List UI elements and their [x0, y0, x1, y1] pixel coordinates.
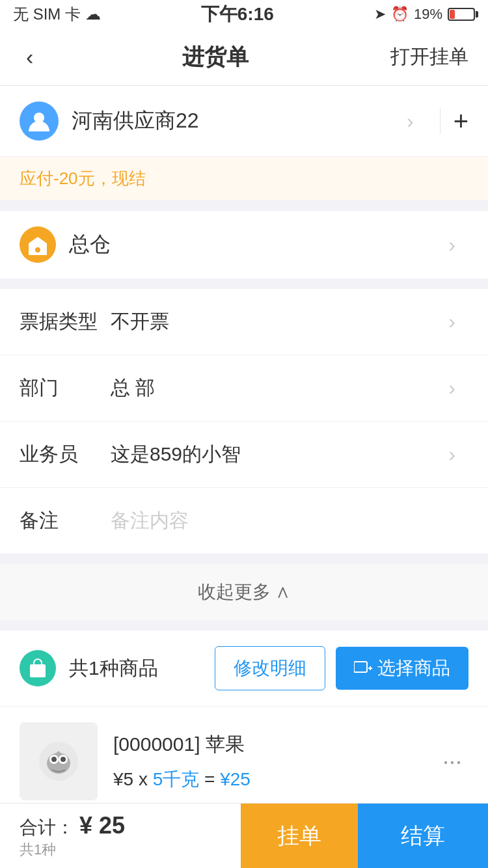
owl-logo-icon — [33, 735, 85, 787]
nav-bar: ‹ 进货单 打开挂单 — [0, 29, 488, 86]
salesperson-value: 这是859的小智 — [111, 441, 448, 468]
product-header: 共1种商品 修改明细 选择商品 — [0, 631, 488, 707]
home-icon — [27, 234, 48, 255]
alarm-icon: ⏰ — [391, 6, 409, 23]
price-separator: x — [139, 769, 153, 789]
product-price: ¥5 x 5千克 = ¥25 — [113, 767, 436, 792]
product-section: 共1种商品 修改明细 选择商品 — [0, 631, 488, 816]
ticket-type-row[interactable]: 票据类型 不开票 › — [0, 289, 488, 355]
collapse-bar[interactable]: 收起更多 ∧ — [0, 564, 488, 620]
product-more-button[interactable]: ··· — [436, 741, 468, 781]
ticket-type-value: 不开票 — [111, 308, 448, 335]
total-value: ¥25 — [220, 769, 251, 789]
dept-chevron-icon: › — [448, 376, 455, 400]
quantity-value: 5千克 — [153, 769, 200, 789]
select-product-button[interactable]: 选择商品 — [336, 647, 468, 690]
supplier-row[interactable]: 河南供应商22 › + — [0, 86, 488, 157]
total-section: 合计： ¥ 25 共1种 — [0, 812, 241, 860]
product-thumbnail — [20, 722, 98, 800]
warehouse-icon — [20, 226, 56, 263]
status-right: ➤ ⏰ 19% — [374, 6, 475, 23]
bottom-bar: 合计： ¥ 25 共1种 挂单 结算 — [0, 803, 488, 868]
status-bar: 无 SIM 卡 ☁ 下午6:16 ➤ ⏰ 19% — [0, 0, 488, 29]
product-count: 共1种商品 — [69, 655, 215, 682]
checkout-button[interactable]: 结算 — [358, 804, 488, 868]
warehouse-chevron-icon: › — [448, 233, 455, 257]
edit-detail-button[interactable]: 修改明细 — [215, 646, 325, 690]
supplier-name: 河南供应商22 — [72, 107, 407, 135]
hold-button[interactable]: 挂单 — [241, 804, 358, 868]
product-item: [0000001] 苹果 ¥5 x 5千克 = ¥25 ··· — [0, 707, 488, 816]
equals-sign: = — [204, 769, 220, 789]
dept-label: 部门 — [20, 375, 98, 401]
remark-input[interactable]: 备注内容 — [111, 508, 468, 534]
location-icon: ➤ — [374, 6, 386, 23]
total-count: 共1种 — [20, 840, 221, 860]
person-icon — [27, 109, 51, 133]
product-code: [0000001] — [113, 733, 200, 755]
svg-point-6 — [47, 753, 70, 774]
page-title: 进货单 — [182, 42, 249, 72]
price-unit: ¥5 — [113, 769, 133, 789]
svg-point-10 — [61, 757, 66, 762]
vertical-divider — [440, 108, 441, 134]
total-amount: ¥ 25 — [79, 812, 125, 839]
signal-text: 无 SIM 卡 ☁ — [13, 4, 101, 25]
product-name: [0000001] 苹果 — [113, 731, 436, 758]
svg-rect-1 — [30, 664, 46, 677]
salesperson-row[interactable]: 业务员 这是859的小智 › — [0, 422, 488, 488]
back-button[interactable]: ‹ — [20, 38, 40, 76]
open-hold-button[interactable]: 打开挂单 — [390, 44, 468, 70]
svg-rect-2 — [354, 662, 367, 672]
total-label-row: 合计： ¥ 25 — [20, 812, 221, 840]
status-left: 无 SIM 卡 ☁ — [13, 4, 101, 25]
svg-point-9 — [51, 757, 57, 762]
remark-row[interactable]: 备注 备注内容 — [0, 488, 488, 554]
supplier-avatar — [20, 102, 59, 141]
add-supplier-button[interactable]: + — [454, 107, 468, 136]
product-title: 苹果 — [206, 733, 245, 755]
battery-icon — [448, 8, 475, 21]
battery-text: 19% — [414, 6, 442, 23]
salesperson-chevron-icon: › — [448, 442, 455, 467]
total-label-text: 合计： — [20, 815, 74, 840]
status-time: 下午6:16 — [201, 2, 274, 27]
select-product-label: 选择商品 — [377, 656, 450, 681]
ticket-type-label: 票据类型 — [20, 308, 98, 335]
ticket-chevron-icon: › — [448, 310, 455, 334]
product-icon — [20, 650, 56, 686]
dept-row[interactable]: 部门 总 部 › — [0, 355, 488, 422]
supplier-notice: 应付-20元，现结 — [0, 157, 488, 200]
select-product-icon — [354, 660, 372, 676]
product-info: [0000001] 苹果 ¥5 x 5千克 = ¥25 — [113, 731, 436, 792]
warehouse-section[interactable]: 总仓 › — [0, 211, 488, 278]
warehouse-name: 总仓 — [69, 230, 448, 259]
bag-icon — [27, 658, 48, 679]
form-section: 票据类型 不开票 › 部门 总 部 › 业务员 这是859的小智 › 备注 备注… — [0, 289, 488, 554]
supplier-section: 河南供应商22 › + 应付-20元，现结 — [0, 86, 488, 200]
dept-value: 总 部 — [111, 375, 448, 401]
salesperson-label: 业务员 — [20, 441, 98, 468]
remark-label: 备注 — [20, 508, 98, 534]
chevron-right-icon: › — [407, 109, 414, 133]
